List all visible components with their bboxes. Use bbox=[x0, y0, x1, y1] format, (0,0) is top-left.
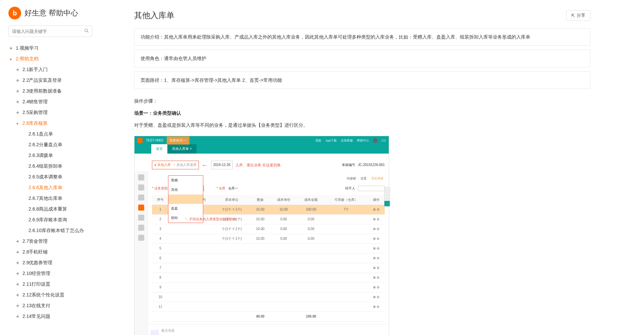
nav-label: 2.6.9库存账本查询 bbox=[29, 217, 67, 223]
ss-warehouse-label: 仓库 bbox=[219, 186, 225, 190]
nav-label: 2.13在线支付 bbox=[22, 303, 50, 309]
nav-item-2-6-10[interactable]: 2.6.10库存账本错了怎么办 bbox=[22, 225, 92, 236]
plus-icon: ✚ bbox=[15, 239, 20, 244]
nav-item-2-6-2[interactable]: 2.6.2分量盘点单 bbox=[22, 139, 92, 150]
ss-dd-item: 盘盈 bbox=[168, 204, 203, 213]
ss-leftnav bbox=[135, 171, 148, 335]
nav-item-2-2[interactable]: ✚2.2产品安装及登录 bbox=[15, 75, 92, 86]
plus-icon: ✚ bbox=[15, 303, 20, 308]
nav-label: 2.1新手入门 bbox=[22, 67, 48, 73]
ss-link-msg: 消息 bbox=[315, 137, 321, 144]
nav-label: 1.视频学习 bbox=[16, 45, 39, 51]
minus-icon: ● bbox=[15, 121, 20, 126]
plus-icon: ✚ bbox=[15, 110, 20, 115]
nav-label: 2.5采购管理 bbox=[22, 110, 48, 116]
nav-item-video[interactable]: ✚ 1.视频学习 bbox=[8, 43, 92, 54]
ss-radio2: 其他入库退库 bbox=[176, 163, 197, 167]
ss-username: CC bbox=[382, 137, 386, 144]
plus-icon: ✚ bbox=[15, 282, 20, 287]
nav-label: 2.10经营管理 bbox=[22, 271, 50, 277]
nav-item-docs[interactable]: ● 2.帮助文档 bbox=[8, 54, 92, 64]
ss-nav-icon bbox=[138, 194, 144, 201]
ss-account: TEST-H002 bbox=[146, 137, 163, 144]
search-box bbox=[8, 25, 92, 37]
nav-item-2-6-5[interactable]: 2.6.5成本调整单 bbox=[22, 172, 92, 182]
nav-label: 2.6.7其他出库单 bbox=[29, 196, 62, 202]
ss-rtool-icon bbox=[384, 201, 390, 207]
embedded-screenshot: TEST-H002 我要购买~~ 消息 App下载 在线客服 帮助中心 CC 首… bbox=[134, 136, 389, 335]
ss-tab-doc: 其他入库单 × bbox=[167, 144, 197, 154]
ss-body: ● 其他入库 ○ 其他入库退库 ← 2019-12-26 入库、退出业务 在这里… bbox=[135, 154, 389, 335]
ss-warehouse-val: 仓库一 bbox=[228, 185, 238, 192]
nav-item-2-6-1[interactable]: 2.6.1盘点单 bbox=[22, 129, 92, 139]
share-icon: ⇱ bbox=[571, 13, 575, 18]
nav-item-2-6[interactable]: ●2.6库存核算 bbox=[15, 118, 92, 129]
plus-icon: ✚ bbox=[15, 89, 20, 94]
info-role: 使用角色：通常由仓管人员维护 bbox=[134, 50, 590, 67]
share-label: 分享 bbox=[577, 12, 585, 18]
nav-item-2-6-7[interactable]: 2.6.7其他出库单 bbox=[22, 193, 92, 204]
plus-icon: ✚ bbox=[15, 100, 20, 104]
svg-line-1 bbox=[87, 31, 89, 33]
ss-tab-home: 首页 bbox=[151, 144, 167, 154]
nav-label: 2.帮助文档 bbox=[16, 56, 39, 62]
nav-item-2-6-8[interactable]: 2.6.8商品成本重算 bbox=[22, 204, 92, 215]
nav-item-2-6-3[interactable]: 2.6.3调拨单 bbox=[22, 150, 92, 161]
nav-label: 2.6.6其他入库单 bbox=[29, 185, 62, 191]
plus-icon: ✚ bbox=[15, 250, 20, 255]
ss-remark-label: 备注信息 bbox=[161, 327, 185, 334]
ss-right-toolbar bbox=[384, 187, 390, 207]
nav-item-2-14[interactable]: ✚2.14常见问题 bbox=[15, 311, 92, 322]
ss-dd-item: 其他 bbox=[168, 185, 203, 194]
nav-item-2-9[interactable]: ✚2.9优惠券管理 bbox=[15, 258, 92, 268]
ss-tool-shortcut: 快捷键 bbox=[345, 175, 357, 182]
svg-point-0 bbox=[85, 29, 88, 32]
logo: b 好生意 帮助中心 bbox=[8, 7, 92, 19]
ss-nav-icon bbox=[138, 225, 144, 231]
ss-remark-icon bbox=[151, 330, 159, 335]
nav-item-2-10[interactable]: ✚2.10经营管理 bbox=[15, 268, 92, 279]
ss-nav-icon bbox=[138, 174, 144, 180]
ss-dd-item bbox=[168, 194, 203, 204]
nav-item-2-6-4[interactable]: 2.6.4组装拆卸单 bbox=[22, 161, 92, 172]
ss-remark: 备注信息 请输入单据备注 bbox=[148, 324, 389, 335]
ss-tool-history: 历史单据 bbox=[370, 175, 385, 182]
nav-label: 2.7资金管理 bbox=[22, 238, 48, 244]
nav-item-2-6-9[interactable]: 2.6.9库存账本查询 bbox=[22, 215, 92, 225]
nav-label: 2.4销售管理 bbox=[22, 99, 48, 105]
nav-item-2-12[interactable]: ✚2.12系统个性化设置 bbox=[15, 290, 92, 300]
plus-icon: ✚ bbox=[8, 46, 13, 51]
nav-label: 2.6.5成本调整单 bbox=[29, 174, 62, 180]
main-content: 其他入库单 ⇱ 分享 功能介绍：其他入库单用来处理除采购入库、产成品入库之外的其… bbox=[101, 0, 604, 335]
search-icon[interactable] bbox=[84, 29, 89, 34]
ss-dd-item: 受赠 bbox=[168, 176, 203, 185]
ss-nav-icon bbox=[138, 215, 144, 221]
nav-label: 2.6.3调拨单 bbox=[29, 153, 53, 159]
nav-item-2-8[interactable]: ✚2.8手机旺铺 bbox=[15, 247, 92, 258]
content-section: 操作步骤： 场景一：业务类型确认 对于受赠、盘盈或是拆装入库等不同的业务，是通过… bbox=[134, 96, 590, 335]
nav-item-2-5[interactable]: ✚2.5采购管理 bbox=[15, 107, 92, 118]
steps-label: 操作步骤： bbox=[134, 96, 590, 106]
nav-item-2-4[interactable]: ✚2.4销售管理 bbox=[15, 97, 92, 107]
page-title: 其他入库单 bbox=[134, 10, 174, 21]
ss-biztype-label: 业务类型 bbox=[154, 186, 168, 190]
nav-label: 2.6.10库存账本错了怎么办 bbox=[29, 228, 84, 234]
nav-item-2-6-6[interactable]: 2.6.6其他入库单 bbox=[22, 182, 92, 193]
nav-item-2-11[interactable]: ✚2.11打印设置 bbox=[15, 279, 92, 290]
ss-docno: JC-20191226-001 bbox=[358, 162, 385, 168]
ss-topbar: TEST-H002 我要购买~~ 消息 App下载 在线客服 帮助中心 CC bbox=[135, 136, 389, 145]
nav-sub-2-6: 2.6.1盘点单 2.6.2分量盘点单 2.6.3调拨单 2.6.4组装拆卸单 … bbox=[15, 129, 92, 236]
share-button[interactable]: ⇱ 分享 bbox=[566, 10, 590, 21]
nav-label: 2.6.4组装拆卸单 bbox=[29, 163, 62, 169]
nav-label: 2.6.1盘点单 bbox=[29, 131, 53, 137]
ss-nav-icon bbox=[138, 205, 144, 211]
nav-item-2-13[interactable]: ✚2.13在线支付 bbox=[15, 300, 92, 311]
nav-item-2-7[interactable]: ✚2.7资金管理 bbox=[15, 236, 92, 247]
nav-sub-docs: ✚2.1新手入门 ✚2.2产品安装及登录 ✚2.3使用前数据准备 ✚2.4销售管… bbox=[8, 64, 92, 322]
logo-icon: b bbox=[8, 7, 21, 19]
nav-item-2-1[interactable]: ✚2.1新手入门 bbox=[15, 64, 92, 75]
scene1-title: 场景一：业务类型确认 bbox=[134, 108, 590, 118]
nav-item-2-3[interactable]: ✚2.3使用前数据准备 bbox=[15, 86, 92, 97]
minus-icon: ● bbox=[8, 57, 13, 61]
search-input[interactable] bbox=[8, 25, 92, 37]
